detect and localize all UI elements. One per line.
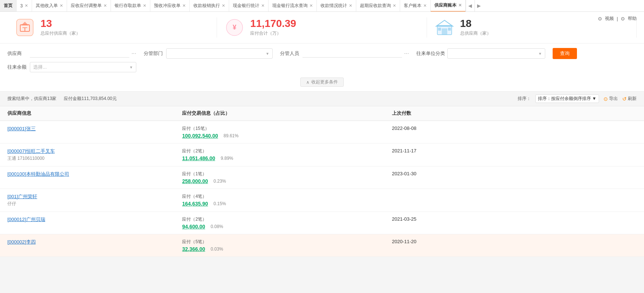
collapse-button[interactable]: ∧ 收起更多条件 — [300, 77, 344, 87]
nav-tab-customer-book[interactable]: 客户账本 ✕ — [400, 0, 431, 12]
supplier-icon — [15, 17, 35, 38]
supplier-cell: [000100]本特勤油品有限公司 — [7, 171, 182, 177]
balance-chevron-down-icon: ▼ — [129, 65, 133, 69]
collapse-icon: ∧ — [306, 80, 309, 85]
close-icon[interactable]: ✕ — [261, 3, 265, 8]
balance-filter-label: 往来余额 — [7, 64, 28, 70]
supplier-cell: [000001]张三 — [7, 125, 182, 132]
supplier-name-link[interactable]: [000012]广州贝瑞 — [7, 216, 182, 223]
summary-section: 13 总应付供应商（家） ¥ 11,170.39 应付合计（万） — [0, 12, 644, 44]
close-icon[interactable]: ✕ — [393, 3, 396, 8]
last-pay-date: 2021-03-25 — [392, 215, 417, 222]
transaction-amount[interactable]: 164,635.90 — [182, 201, 208, 207]
close-icon[interactable]: ✕ — [349, 3, 352, 8]
last-pay-date: 2023-01-30 — [392, 169, 417, 176]
person-dots[interactable]: ··· — [404, 50, 409, 57]
refresh-button[interactable]: ↺ 刷新 — [622, 96, 637, 102]
result-amount: 应付金额111,703,854.00元 — [64, 96, 116, 102]
dept-select[interactable]: ▼ — [166, 48, 273, 59]
close-icon[interactable]: ✕ — [60, 3, 63, 8]
svg-rect-9 — [442, 28, 447, 35]
balance-filter: 往来余额 选择... ▼ — [7, 62, 136, 72]
help-link[interactable]: 帮助 — [628, 15, 637, 22]
nav-tab-supplier-book[interactable]: 供应商账本 ✕ — [431, 0, 466, 12]
supplier-contact: 仔仔 — [7, 201, 182, 207]
result-bar: 搜索结果中，供应商13家 应付金额111,703,854.00元 排序： 排序：… — [0, 92, 644, 106]
nav-tab-overdue-ar[interactable]: 超期应收款查询 ✕ — [356, 0, 400, 12]
balance-placeholder: 选择... — [33, 64, 47, 70]
supplier-name-link[interactable]: [000001]张三 — [7, 125, 182, 132]
transaction-label: 应付（15笔） — [182, 125, 392, 132]
transaction-percent: 0.15% — [214, 201, 226, 206]
person-filter: 分管人员 ··· — [280, 49, 409, 58]
supplier-input[interactable] — [30, 49, 129, 58]
close-icon[interactable]: ✕ — [104, 3, 107, 8]
nav-tab-cash-bank-flow[interactable]: 现金银行流水查询 ✕ — [269, 0, 317, 12]
close-icon[interactable]: ✕ — [143, 3, 146, 8]
transaction-cell: 应付（15笔） 100,092,540.00 89.61% — [182, 125, 392, 139]
top-right-links: ⊙ 视频 | ⊙ 帮助 — [598, 15, 637, 22]
nav-tab-cash-bank-stat[interactable]: 现金银行统计 ✕ — [229, 0, 269, 12]
balance-select[interactable]: 选择... ▼ — [30, 62, 136, 72]
sort-label: 排序： — [518, 96, 531, 102]
last-pay-date: 2020-11-20 — [392, 237, 417, 244]
transaction-percent: 0.23% — [214, 179, 226, 184]
transaction-amount[interactable]: 32,366.00 — [182, 246, 205, 252]
nav-tab-collect-stat[interactable]: 收款情况统计 ✕ — [317, 0, 356, 12]
transaction-amount[interactable]: 100,092,540.00 — [182, 133, 218, 139]
supplier-contact: 王通 17106110000 — [7, 155, 182, 162]
filter-row-1: 供应商 ··· 分管部门 ▼ 分管人员 ··· 往来单位分类 ▼ 查询 — [7, 48, 637, 59]
supplier-name-link[interactable]: [000002]李四 — [7, 239, 182, 245]
help-icon: ⊙ — [621, 16, 625, 21]
supplier-cell: [000007]恒旺二手叉车 王通 17106110000 — [7, 148, 182, 162]
sort-select[interactable]: 排序：按应付余额倒序排序 ▼ — [535, 94, 599, 103]
nav-tab-ar-ap-adjust[interactable]: 应收应付调整单 ✕ — [67, 0, 111, 12]
transaction-label: 应付（2笔） — [182, 216, 392, 223]
transaction-amount[interactable]: 94,600.00 — [182, 224, 205, 230]
svg-rect-11 — [448, 28, 451, 31]
filter-row-2: 往来余额 选择... ▼ — [7, 62, 637, 72]
separator: | — [617, 16, 618, 21]
filter-section: 供应商 ··· 分管部门 ▼ 分管人员 ··· 往来单位分类 ▼ 查询 — [0, 44, 644, 92]
nav-tab-prepay-offset[interactable]: 预收冲应收单 ✕ — [150, 0, 190, 12]
supplier-name-link[interactable]: [001]广州荣轩 — [7, 193, 182, 200]
supplier-name-link[interactable]: [000100]本特勤油品有限公司 — [7, 171, 182, 177]
svg-rect-10 — [438, 28, 441, 31]
lastpay-cell: 2020-11-20 — [392, 239, 497, 244]
lastpay-cell: 2021-03-25 — [392, 216, 497, 222]
nav-prev-arrow[interactable]: ◀ — [466, 0, 475, 12]
close-icon[interactable]: ✕ — [309, 3, 313, 8]
table-row: [000100]本特勤油品有限公司 应付（1笔） 258,000.00 0.23… — [0, 166, 644, 189]
close-icon[interactable]: ✕ — [25, 3, 28, 8]
nav-tab-other-income[interactable]: 其他收入单 ✕ — [32, 0, 67, 12]
export-button[interactable]: ⊙ 导出 — [603, 96, 618, 102]
close-icon[interactable]: ✕ — [182, 3, 186, 8]
close-icon[interactable]: ✕ — [222, 3, 225, 8]
transaction-cell: 应付（1笔） 258,000.00 0.23% — [182, 171, 392, 184]
nav-tab-bank-deposit[interactable]: 银行存取款单 ✕ — [111, 0, 150, 12]
collapse-label: 收起更多条件 — [311, 79, 338, 85]
transaction-amount[interactable]: 258,000.00 — [182, 178, 208, 184]
nav-tab-home[interactable]: 首页 — [0, 0, 17, 12]
supplier-name-link[interactable]: [000007]恒旺二手叉车 — [7, 148, 182, 155]
dept-filter: 分管部门 ▼ — [144, 48, 273, 59]
person-input[interactable] — [302, 49, 402, 58]
nav-tab-3[interactable]: 3 ✕ — [17, 0, 32, 12]
col-header-transaction: 应付交易信息（占比） — [182, 110, 392, 117]
transaction-amount[interactable]: 11,051,486.00 — [182, 155, 215, 161]
nav-tab-collect-exec[interactable]: 收款核销执行 ✕ — [190, 0, 229, 12]
query-button[interactable]: 查询 — [553, 48, 577, 59]
close-icon[interactable]: ✕ — [423, 3, 427, 8]
close-icon[interactable]: ✕ — [458, 3, 462, 8]
nav-next-arrow[interactable]: ▶ — [475, 0, 483, 12]
transaction-label: 应付（5笔） — [182, 239, 392, 245]
result-summary: 搜索结果中，供应商13家 — [7, 96, 56, 102]
table-header: 供应商信息 应付交易信息（占比） 上次付数 — [0, 106, 644, 121]
table-row: [000002]李四 应付（5笔） 32,366.00 0.03% 2020-1… — [0, 234, 644, 257]
transaction-cell: 应付（4笔） 164,635.90 0.15% — [182, 193, 392, 207]
category-select[interactable]: ▼ — [447, 48, 545, 59]
video-link[interactable]: 视频 — [605, 15, 614, 22]
payable-total: 11,170.39 — [250, 18, 296, 29]
supplier-count: 13 — [41, 18, 80, 29]
supplier-dots[interactable]: ··· — [132, 50, 136, 57]
